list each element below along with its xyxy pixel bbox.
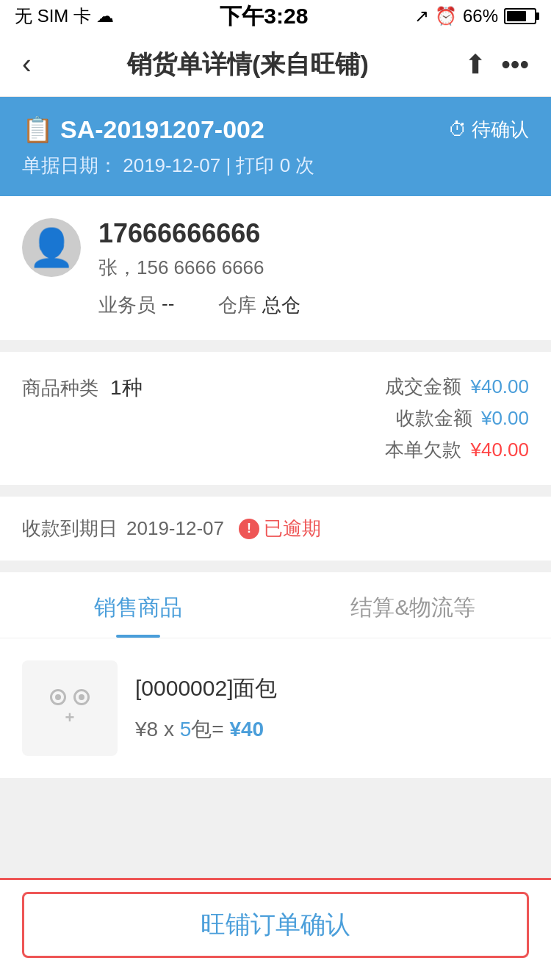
alarm-icon: ⏰ [435, 6, 457, 26]
summary-grid: 商品种类 1种 成交金额 ¥40.00 收款金额 ¥0.00 本单欠款 ¥40.… [22, 374, 529, 463]
warehouse-value: 总仓 [262, 292, 300, 318]
owl-eye-right [73, 689, 90, 705]
price-label: ¥8 x [135, 718, 180, 741]
due-date: 2019-12-07 [126, 517, 224, 540]
order-status: ⏱ 待确认 [448, 117, 529, 143]
back-button[interactable]: ‹ [22, 48, 32, 80]
status-bar: 无 SIM 卡 ☁ 下午3:28 ↗ ⏰ 66% [0, 0, 551, 32]
status-label: 待确认 [472, 117, 529, 143]
amount-name-1: 收款金额 [396, 406, 472, 431]
order-banner-top: 📋 SA-20191207-002 ⏱ 待确认 [22, 115, 529, 144]
warehouse-label: 仓库 [218, 292, 256, 318]
share-icon[interactable]: ⬆ [464, 49, 486, 80]
summary-left: 商品种类 1种 [22, 374, 143, 402]
warehouse-meta: 仓库 总仓 [218, 292, 300, 318]
product-name-text: 面包 [233, 676, 277, 700]
overdue-label: 已逾期 [264, 516, 321, 541]
amount-val-2: ¥40.00 [470, 439, 529, 461]
sales-value: -- [162, 292, 174, 318]
product-type-label: 商品种类 [22, 375, 98, 401]
product-name: [0000002]面包 [135, 674, 529, 704]
amount-name-0: 成交金额 [385, 374, 461, 400]
location-icon: ↗ [414, 6, 429, 26]
summary-section: 商品种类 1种 成交金额 ¥40.00 收款金额 ¥0.00 本单欠款 ¥40.… [0, 352, 551, 485]
amount-row-0: 成交金额 ¥40.00 [385, 374, 529, 400]
due-label: 收款到期日 [22, 516, 118, 541]
equals-label: = [212, 718, 229, 741]
nav-actions: ⬆ ••• [464, 49, 529, 80]
tab-products[interactable]: 销售商品 [0, 572, 276, 638]
print-label: | 打印 0 次 [226, 154, 314, 176]
summary-right: 成交金额 ¥40.00 收款金额 ¥0.00 本单欠款 ¥40.00 [385, 374, 529, 463]
confirm-button[interactable]: 旺铺订单确认 [22, 892, 529, 958]
customer-info: 17666666666 张，156 6666 6666 业务员 -- 仓库 总仓 [98, 218, 529, 318]
order-id: 📋 SA-20191207-002 [22, 115, 264, 144]
tab-settlement[interactable]: 结算&物流等 [276, 572, 551, 638]
sales-label: 业务员 [98, 292, 156, 318]
product-type-value: 1种 [110, 374, 143, 402]
amount-row-1: 收款金额 ¥0.00 [396, 406, 529, 431]
unit-label: 包 [191, 718, 212, 741]
customer-name: 张，156 6666 6666 [98, 255, 529, 281]
nav-bar: ‹ 销货单详情(来自旺铺) ⬆ ••• [0, 32, 551, 97]
sim-label: 无 SIM 卡 ☁ [15, 4, 114, 28]
battery-icon [504, 8, 536, 24]
product-info: [0000002]面包 ¥8 x 5包= ¥40 [135, 674, 529, 743]
product-item: + [0000002]面包 ¥8 x 5包= ¥40 [0, 638, 551, 778]
amount-val-0: ¥40.00 [470, 375, 529, 398]
amount-val-1: ¥0.00 [481, 407, 529, 430]
customer-section: 👤 17666666666 张，156 6666 6666 业务员 -- 仓库 … [0, 196, 551, 340]
owl-eyes [50, 689, 90, 705]
owl-plus: + [65, 708, 75, 727]
tabs-bar: 销售商品 结算&物流等 [0, 572, 551, 638]
sales-meta: 业务员 -- [98, 292, 174, 318]
amount-name-2: 本单欠款 [385, 437, 461, 463]
product-thumbnail: + [22, 660, 118, 756]
avatar: 👤 [22, 218, 81, 277]
qty-value: 5 [180, 718, 192, 741]
date-label: 单据日期： [22, 154, 118, 176]
status-left: 无 SIM 卡 ☁ [15, 4, 114, 28]
owl-eye-left [50, 689, 66, 705]
status-time: 下午3:28 [220, 1, 308, 32]
date-value: 2019-12-07 [123, 154, 220, 176]
more-icon[interactable]: ••• [501, 49, 529, 80]
product-price: ¥8 x 5包= ¥40 [135, 716, 529, 743]
customer-meta: 业务员 -- 仓库 总仓 [98, 292, 529, 318]
bottom-bar: 旺铺订单确认 [0, 878, 551, 980]
avatar-icon: 👤 [29, 226, 74, 269]
order-id-text: SA-20191207-002 [60, 115, 264, 144]
customer-phone: 17666666666 [98, 218, 529, 249]
clock-icon: ⏱ [448, 118, 467, 141]
order-banner: 📋 SA-20191207-002 ⏱ 待确认 单据日期： 2019-12-07… [0, 97, 551, 196]
battery-label: 66% [463, 6, 498, 26]
status-right: ↗ ⏰ 66% [414, 6, 536, 26]
overdue-icon: ! [239, 519, 259, 539]
invoice-icon: 📋 [22, 115, 53, 144]
thumb-inner: + [50, 689, 90, 727]
amount-row-2: 本单欠款 ¥40.00 [385, 437, 529, 463]
tabs-section: 销售商品 结算&物流等 + [0000002]面包 ¥8 x 5包= ¥40 [0, 572, 551, 778]
product-code: [0000002] [135, 676, 233, 700]
order-meta: 单据日期： 2019-12-07 | 打印 0 次 [22, 153, 529, 179]
page-title: 销货单详情(来自旺铺) [127, 48, 369, 82]
total-value: ¥40 [229, 718, 264, 741]
due-section: 收款到期日 2019-12-07 ! 已逾期 [0, 497, 551, 561]
overdue-badge: ! 已逾期 [239, 516, 321, 541]
